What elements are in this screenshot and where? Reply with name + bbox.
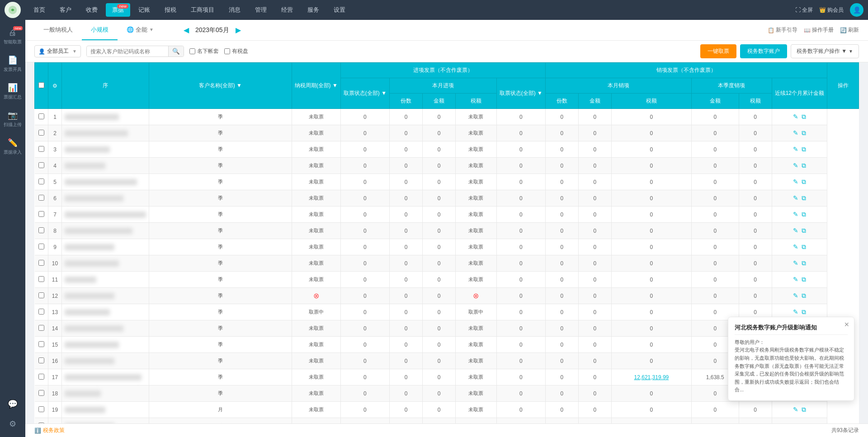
row-checkbox[interactable] (38, 374, 44, 380)
refresh-btn[interactable]: 🔄 刷新 (840, 26, 859, 34)
sidebar-item-smart-ticket[interactable]: 🖨 智能取票 new (1, 24, 24, 49)
nav-tax[interactable]: 报税 (158, 3, 183, 17)
row-checkbox[interactable] (38, 162, 44, 168)
search-button[interactable]: 🔍 (168, 46, 184, 56)
sidebar-item-settings[interactable]: ⚙ (1, 415, 24, 432)
member-btn[interactable]: 👑 购会员 (819, 6, 844, 14)
row-checkbox[interactable] (38, 227, 44, 233)
row-checkbox[interactable] (38, 406, 44, 412)
edit-btn[interactable]: ✎ (792, 128, 799, 137)
copy-btn[interactable]: ⧉ (801, 307, 807, 317)
nav-accounting[interactable]: 记账 (132, 3, 156, 17)
copy-btn[interactable]: ⧉ (801, 210, 807, 219)
copy-btn[interactable]: ⧉ (801, 226, 807, 235)
customer-name-blurred (65, 114, 119, 120)
subordinate-checkbox[interactable] (189, 48, 195, 54)
search-input[interactable] (87, 47, 168, 56)
row-checkbox[interactable] (38, 179, 44, 184)
row-checkbox-cell (35, 353, 48, 369)
edit-btn[interactable]: ✎ (792, 145, 799, 154)
nav-operations[interactable]: 经营 (275, 3, 299, 17)
edit-btn[interactable]: ✎ (792, 242, 799, 251)
q-amount-link[interactable]: 12,621,319.99 (634, 374, 669, 381)
tab-all[interactable]: 🌐 全能 ▼ (118, 20, 163, 40)
copy-btn[interactable]: ⧉ (801, 177, 807, 187)
edit-btn[interactable]: ✎ (792, 291, 799, 300)
row-checkbox[interactable] (38, 130, 44, 136)
edit-btn[interactable]: ✎ (792, 193, 799, 202)
edit-btn[interactable]: ✎ (792, 112, 799, 121)
edit-btn[interactable]: ✎ (792, 307, 799, 316)
copy-btn[interactable]: ⧉ (801, 291, 807, 301)
nav-service[interactable]: 服务 (301, 3, 326, 17)
copy-btn[interactable]: ⧉ (801, 112, 807, 122)
out-copies-cell: 0 (496, 174, 545, 190)
edit-btn[interactable]: ✎ (792, 226, 799, 235)
nav-message[interactable]: 消息 (222, 3, 247, 17)
row-checkbox[interactable] (38, 390, 44, 396)
edit-btn[interactable]: ✎ (792, 161, 799, 170)
notification-close-btn[interactable]: ✕ (844, 321, 849, 328)
out-copies-cell: 0 (496, 239, 545, 255)
row-checkbox[interactable] (38, 276, 44, 282)
sidebar-item-message[interactable]: 💬 (1, 395, 24, 413)
row-checkbox[interactable] (38, 244, 44, 249)
nav-admin[interactable]: 管理 (249, 3, 273, 17)
nav-invoice[interactable]: 票据 new (106, 3, 130, 17)
nav-business[interactable]: 工商项目 (184, 3, 221, 17)
copy-btn[interactable]: ⧉ (801, 242, 807, 252)
user-avatar[interactable]: 👤 (850, 3, 863, 17)
fullscreen-btn[interactable]: ⛶ 全屏 (795, 6, 813, 14)
row-checkbox[interactable] (38, 292, 44, 298)
copy-btn[interactable]: ⧉ (801, 161, 807, 170)
row-checkbox[interactable] (38, 341, 44, 347)
digital-account-ops-btn[interactable]: 税务数字账户操作 ▼ ▼ (791, 44, 859, 58)
copy-btn[interactable]: ⧉ (801, 275, 807, 284)
tax-policy-link[interactable]: ℹ️ 税务政策 (34, 427, 65, 434)
has-tax-checkbox[interactable] (224, 48, 230, 54)
row-checkbox[interactable] (38, 113, 44, 119)
row-checkbox[interactable] (38, 211, 44, 217)
nav-customer[interactable]: 客户 (53, 3, 78, 17)
copy-btn[interactable]: ⧉ (801, 145, 807, 154)
copy-btn[interactable]: ⧉ (801, 193, 807, 203)
fetch-out-status-normal: 未取票 (468, 277, 483, 282)
edit-btn[interactable]: ✎ (792, 405, 799, 414)
row-checkbox[interactable] (38, 325, 44, 331)
copy-btn[interactable]: ⧉ (801, 258, 807, 268)
manual-btn[interactable]: 📖 操作手册 (804, 26, 834, 34)
error-icon[interactable]: ⊗ (313, 292, 319, 300)
new-guide-btn[interactable]: 📋 新手引导 (768, 26, 797, 34)
tab-general-taxpayer[interactable]: 一般纳税人 (34, 20, 82, 40)
copy-btn[interactable]: ⧉ (801, 405, 807, 414)
select-all-checkbox[interactable] (38, 82, 44, 88)
employee-filter[interactable]: 👤 全部员工 ▼ (34, 45, 81, 57)
period-next-btn[interactable]: ▶ (233, 25, 244, 35)
logo[interactable] (5, 2, 21, 18)
row-checkbox[interactable] (38, 195, 44, 201)
error-out-icon[interactable]: ⊗ (473, 292, 479, 300)
sidebar-item-invoice-open[interactable]: 📄 发票开具 (1, 52, 24, 76)
row-checkbox[interactable] (38, 357, 44, 363)
edit-btn[interactable]: ✎ (792, 275, 799, 284)
cum-amount-cell: 0 (739, 174, 772, 190)
sidebar-item-scan-upload[interactable]: 📷 扫描上传 (1, 107, 24, 132)
sidebar-item-ticket-summary[interactable]: 📊 票据汇总 (1, 79, 24, 104)
edit-btn[interactable]: ✎ (792, 258, 799, 268)
nav-home[interactable]: 首页 (27, 3, 52, 17)
tax-digital-account-btn[interactable]: 税务数字账户 (740, 44, 787, 58)
nav-settings[interactable]: 设置 (327, 3, 352, 17)
row-checkbox[interactable] (38, 260, 44, 266)
nav-billing[interactable]: 收费 (80, 3, 104, 17)
one-click-ticket-btn[interactable]: 一键取票 (700, 44, 736, 58)
sidebar-item-ticket-entry[interactable]: ✏️ 票据录入 (1, 134, 24, 159)
copy-btn[interactable]: ⧉ (801, 128, 807, 138)
row-checkbox[interactable] (38, 309, 44, 315)
out-amount-cell: 0 (545, 337, 578, 353)
edit-btn[interactable]: ✎ (792, 177, 799, 186)
fetch-out-status-normal: 未取票 (468, 146, 483, 152)
row-checkbox[interactable] (38, 146, 44, 152)
edit-btn[interactable]: ✎ (792, 210, 799, 219)
tab-small-scale[interactable]: 小规模 (82, 20, 118, 40)
period-prev-btn[interactable]: ◀ (181, 25, 192, 35)
